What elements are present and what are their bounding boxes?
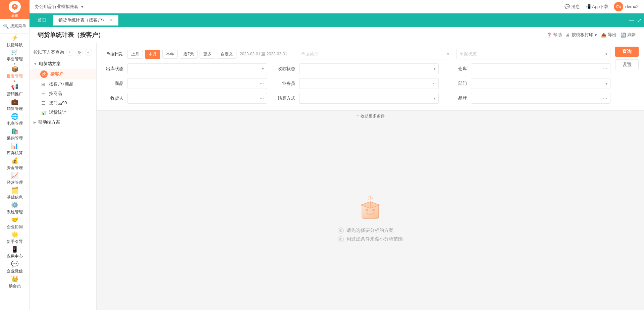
salesperson-select[interactable]: ··· [299, 78, 439, 89]
filter-row-1: 单据日期 上月 本月 本年 近7天 更多 自定义 2023-03-01 至 20… [103, 49, 610, 59]
app-download-button[interactable]: 📲 App下载 [585, 4, 608, 10]
date-btn-custom[interactable]: 自定义 [217, 50, 236, 59]
collapse-conditions-button[interactable]: ⌃ 收起更多条件 [352, 112, 389, 120]
order-type-select[interactable]: 单据类型 ▾ [298, 49, 452, 59]
sidebar-item-marketing[interactable]: 📢 营销推广 [0, 83, 30, 97]
warehouse-select[interactable]: ··· [471, 63, 610, 74]
sidebar-item-basic-info[interactable]: 🗂️ 基础信息 [0, 186, 30, 201]
brand-select[interactable]: ··· [471, 93, 610, 104]
sidebar-item-retail[interactable]: 🛒 零售管理 ▼ [0, 48, 30, 65]
sidebar-item-ecommerce[interactable]: 🌐 电商管理 [0, 112, 30, 127]
message-button[interactable]: 💬 消息 [565, 4, 580, 10]
print-icon: 🖨 [566, 33, 570, 38]
sidebar-item-purchase[interactable]: 🛍️ 采购管理 [0, 127, 30, 142]
avatar: Ea [614, 2, 623, 11]
salesperson-label: 业务员 [275, 81, 295, 87]
date-btn-more[interactable]: 更多 [200, 50, 215, 59]
tab-report[interactable]: 销货单统计表（按客户） ✕ [53, 15, 118, 25]
system-icon: ⚙️ [11, 201, 18, 209]
search-menu-item[interactable]: 🔍 搜索菜单 [0, 19, 30, 34]
app-center-label: 应用中心 [7, 254, 23, 259]
out-status-label: 出库状态 [103, 66, 123, 72]
sidebar-item-quicknav[interactable]: ⚡ 快捷导航 [0, 34, 30, 48]
order-status-label: 单据状态 [459, 51, 477, 57]
date-btn-this-year[interactable]: 本年 [162, 50, 178, 59]
sidebar-item-sales[interactable]: 💼 销售管理 [0, 97, 30, 112]
collapse-arrow-icon: ⌃ [356, 114, 359, 119]
user-menu[interactable]: Ea demo2 [614, 2, 639, 11]
export-button[interactable]: 📤 导出 [601, 32, 616, 38]
filter-row-3: 商品 ··· 业务员 ··· 部门 ▾ [103, 78, 610, 89]
topbar-dropdown-arrow[interactable]: ▾ [81, 4, 83, 9]
enterprise-wechat-icon: 💬 [11, 260, 18, 268]
tab-home[interactable]: 首页 [32, 15, 52, 25]
ecommerce-icon: 🌐 [11, 113, 18, 120]
refresh-button[interactable]: 🔄 刷新 [621, 32, 636, 38]
page-content: 销货单统计表（按客户） ❓ 帮助 🖨 按模板打印 ▾ 📤 导出 🔄 刷新 [30, 27, 644, 310]
help-button[interactable]: ❓ 帮助 [546, 32, 562, 38]
sidebar-item-app-center[interactable]: 📱 应用中心 [0, 245, 30, 260]
tree-mobile-parent[interactable]: ▶ 移动端方案 [30, 117, 96, 127]
empty-state: ① 请先选择要分析的方案 ② 用过滤条件来缩小分析范围 [338, 190, 403, 242]
username-label: demo2 [625, 4, 639, 9]
print-button[interactable]: 🖨 按模板打印 ▾ [566, 32, 597, 38]
system-label: 系统管理 [7, 209, 23, 215]
sidebar-item-operations[interactable]: 📈 经营管理 [0, 171, 30, 186]
receiver-select[interactable]: ··· [127, 93, 267, 104]
query-button[interactable]: 查询 [615, 47, 639, 57]
tab-minimize-icon[interactable]: — [629, 17, 634, 23]
department-select[interactable]: ▾ [471, 78, 610, 89]
collapse-bar: ⌃ 收起更多条件 [97, 111, 644, 122]
sidebar-item-wholesale[interactable]: 📦 批发管理 ▲ [0, 65, 30, 83]
product-dots[interactable]: ··· [260, 81, 264, 87]
out-status-select[interactable]: ▾ [127, 63, 267, 74]
enterprise-wechat-label: 企业微信 [7, 268, 23, 274]
warehouse-dots[interactable]: ··· [603, 66, 607, 72]
add-scheme-button[interactable]: + [66, 49, 73, 56]
member-icon: 👑 [11, 275, 18, 282]
tree-mobile-arrow: ▶ [34, 120, 36, 124]
left-panel-actions: + ⚙ « [66, 49, 92, 56]
inventory-label: 库存核算 [7, 150, 23, 156]
sidebar-item-member[interactable]: 👑 畅会员 [0, 274, 30, 289]
tree-item-by-product99[interactable]: ☰ 按商品99 [30, 98, 96, 108]
settings-scheme-button[interactable]: ⚙ [75, 49, 83, 56]
payment-status-select[interactable]: ▾ [299, 63, 439, 74]
brand-dots[interactable]: ··· [603, 95, 607, 101]
sidebar-item-system[interactable]: ⚙️ 系统管理 [0, 201, 30, 215]
tree-item-by-product[interactable]: ☰ 按商品 [30, 89, 96, 98]
collapse-panel-button[interactable]: « [85, 49, 92, 56]
page-title: 销货单统计表（按客户） [38, 31, 104, 43]
date-btn-this-month[interactable]: 本月 [145, 50, 160, 59]
order-status-arrow: ▾ [605, 52, 607, 56]
app-download-icon: 📲 [585, 4, 591, 9]
sidebar-item-inventory[interactable]: 📊 库存核算 [0, 142, 30, 156]
settings-button[interactable]: 设置 [615, 59, 639, 70]
logo-text: 标账 [11, 13, 18, 18]
tree-item-by-customer-product[interactable]: ⊞ 按客户+商品 [30, 80, 96, 89]
tree-desktop-parent[interactable]: ▼ 电脑端方案 [30, 59, 96, 69]
settlement-label: 结算方式 [275, 95, 295, 101]
order-status-select[interactable]: 单据状态 ▾ [456, 49, 610, 59]
tree-item-by-customer[interactable]: 按 按客户 [30, 69, 96, 80]
print-dropdown-icon: ▾ [595, 33, 597, 38]
tree-item-return-stats[interactable]: 📊 退货统计 [30, 108, 96, 117]
sidebar-item-cooperation[interactable]: 🤝 企业协同 [0, 215, 30, 230]
tab-close-icon[interactable]: ✕ [110, 18, 113, 22]
sidebar-item-enterprise-wechat[interactable]: 💬 企业微信 [0, 260, 30, 274]
tab-maximize-icon[interactable]: ⤢ [637, 17, 641, 23]
sidebar-item-finance[interactable]: 💰 资金管理 [0, 156, 30, 171]
salesperson-dots[interactable]: ··· [431, 81, 436, 87]
topbar-right: 💬 消息 📲 App下载 Ea demo2 [565, 2, 639, 11]
filter-row-2: 出库状态 ▾ 收款状态 ▾ 仓库 ··· [103, 63, 610, 74]
date-btn-last-month[interactable]: 上月 [127, 50, 143, 59]
date-btn-last-7days[interactable]: 近7天 [180, 50, 198, 59]
main-content: 办公用品行业模拟账套 ▾ 💬 消息 📲 App下载 Ea demo2 首页 销货… [30, 0, 644, 310]
settlement-select[interactable]: ▾ [299, 93, 439, 104]
product-label: 商品 [103, 81, 123, 87]
sidebar-item-newbie[interactable]: 🌟 新手引导 [0, 230, 30, 245]
product-select[interactable]: ··· [127, 78, 267, 89]
receiver-dots[interactable]: ··· [260, 95, 264, 101]
tree-expand-arrow: ▼ [34, 62, 37, 66]
left-panel-header: 按以下方案查询 + ⚙ « [30, 46, 96, 59]
